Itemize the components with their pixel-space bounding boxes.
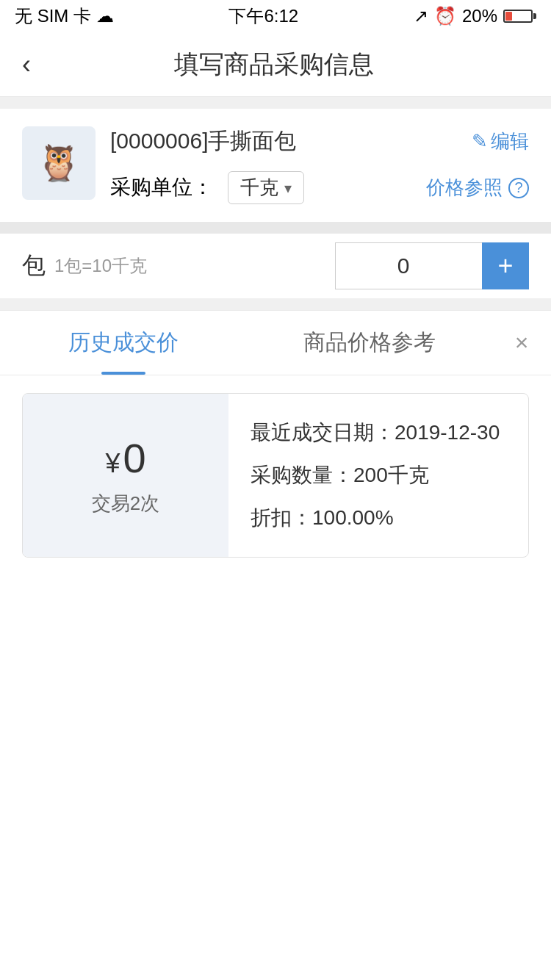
header: ‹ 填写商品采购信息 [0,32,551,97]
price-ref-label: 价格参照 [426,175,503,201]
purchase-qty-label: 采购数量： [251,464,353,486]
status-bar: 无 SIM 卡 ☁ 下午6:12 ↗ ⏰ 20% [0,0,551,32]
purchase-qty-row: 采购数量：200千克 [251,460,506,491]
price-card: ¥0 交易2次 最近成交日期：2019-12-30 采购数量：200千克 折扣：… [22,393,529,558]
discount-label: 折扣： [251,506,312,529]
currency-symbol: ¥ [105,448,120,478]
purchase-qty-value: 200千克 [353,464,429,486]
price-amount: ¥0 [105,434,145,482]
quantity-section: 包 1包=10千克 + [0,234,551,298]
unit-select[interactable]: 千克 ▾ [228,171,304,204]
purchase-unit-row: 采购单位： 千克 ▾ 价格参照 ? [110,171,529,222]
product-name-row: [0000006]手撕面包 ✎ 编辑 [110,126,529,156]
recent-date-row: 最近成交日期：2019-12-30 [251,417,506,448]
product-thumbnail: 🦉 [22,126,96,200]
section-divider [0,222,551,234]
battery-icon [503,10,536,23]
price-right: 最近成交日期：2019-12-30 采购数量：200千克 折扣：100.00% [228,394,528,557]
price-card-container: ¥0 交易2次 最近成交日期：2019-12-30 采购数量：200千克 折扣：… [0,375,551,575]
quantity-label: 包 1包=10千克 [22,250,147,282]
tabs-header: 历史成交价 商品价格参考 × [0,311,551,375]
tab-history-price[interactable]: 历史成交价 [0,311,246,375]
battery-percent: 20% [462,6,497,26]
price-value: 0 [123,435,145,481]
purchase-unit-left: 采购单位： 千克 ▾ [110,171,304,204]
discount-value: 100.00% [312,506,394,529]
quantity-input-wrapper: + [335,242,529,289]
tab-product-price-ref[interactable]: 商品价格参考 [246,311,492,375]
recent-date-label: 最近成交日期： [251,421,395,444]
trade-count: 交易2次 [92,491,159,516]
status-time: 下午6:12 [228,4,298,28]
tabs-section: 历史成交价 商品价格参考 × ¥0 交易2次 最近成交日期：2019-12-30… [0,310,551,575]
price-ref-button[interactable]: 价格参照 ? [426,175,529,201]
product-logo-icon: 🦉 [37,143,81,184]
unit-char: 包 [22,250,46,282]
product-info: [0000006]手撕面包 ✎ 编辑 采购单位： 千克 ▾ 价格参照 ? [110,126,529,222]
page-title: 填写商品采购信息 [46,48,503,82]
edit-button[interactable]: ✎ 编辑 [472,129,529,154]
price-left: ¥0 交易2次 [23,394,228,557]
product-section: 🦉 [0000006]手撕面包 ✎ 编辑 采购单位： 千克 ▾ [0,109,551,222]
tabs-close-button[interactable]: × [492,311,551,375]
info-icon: ? [508,178,529,198]
sim-status: 无 SIM 卡 ☁ [15,4,114,28]
plus-button[interactable]: + [482,242,529,289]
back-button[interactable]: ‹ [22,49,46,80]
status-right: ↗ ⏰ 20% [414,6,536,26]
status-left: 无 SIM 卡 ☁ [15,4,114,28]
discount-row: 折扣：100.00% [251,502,506,533]
recent-date-value: 2019-12-30 [395,421,500,444]
edit-icon: ✎ [472,130,488,153]
product-name: [0000006]手撕面包 [110,126,296,156]
quantity-input[interactable] [335,242,482,289]
bottom-fill [0,575,551,980]
unit-value: 千克 [240,175,278,201]
product-row: 🦉 [0000006]手撕面包 ✎ 编辑 采购单位： 千克 ▾ [22,126,529,222]
edit-label: 编辑 [491,129,529,154]
unit-equality: 1包=10千克 [54,254,147,278]
alarm-icon: ⏰ [434,6,456,26]
unit-label: 采购单位： [110,176,213,198]
unit-arrow-icon: ▾ [284,179,292,197]
location-icon: ↗ [414,6,428,26]
